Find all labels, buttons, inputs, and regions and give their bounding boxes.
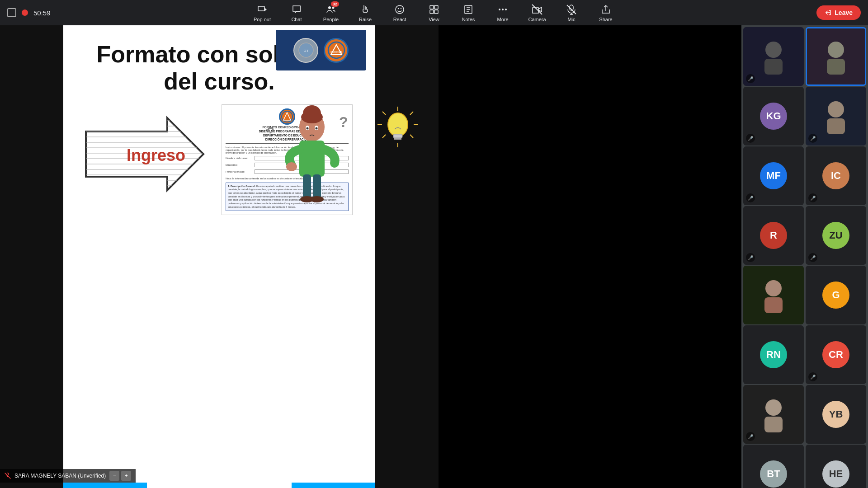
participant-3-mic-icon: 🎤	[746, 134, 755, 143]
people-badge: 32	[331, 1, 339, 7]
toolbar: Pop out Chat 32 Peop	[251, 3, 617, 22]
toolbar-view[interactable]: View	[423, 3, 445, 22]
toolbar-mic[interactable]: Mic	[561, 3, 582, 22]
participant-tile-9[interactable]	[743, 266, 804, 324]
participant-4-mic-icon: 🎤	[808, 134, 817, 143]
toolbar-chat[interactable]: Chat	[286, 3, 307, 22]
participant-row-4: R 🎤 ZU 🎤	[743, 206, 866, 265]
svg-rect-81	[764, 59, 783, 75]
svg-line-57	[410, 135, 413, 138]
slide-left-border	[0, 25, 63, 488]
participant-r-avatar: R	[760, 222, 787, 249]
view-icon	[428, 3, 440, 16]
participant-tile-15[interactable]: BT	[743, 445, 804, 488]
chat-label: Chat	[291, 17, 302, 22]
participant-tile-7[interactable]: R 🎤	[743, 206, 804, 265]
people-icon: 32	[325, 3, 337, 16]
participant-tile-4[interactable]: 🎤	[806, 87, 866, 145]
svg-rect-7	[430, 5, 434, 9]
toolbar-popout[interactable]: Pop out	[251, 3, 273, 22]
svg-point-74	[286, 162, 297, 171]
recording-indicator	[22, 9, 28, 16]
svg-rect-85	[827, 118, 845, 134]
meeting-timer: 50:59	[33, 9, 51, 17]
toolbar-people[interactable]: 32 People	[320, 3, 342, 22]
svg-point-71	[307, 127, 309, 129]
svg-line-59	[382, 135, 386, 138]
participant-tile-11[interactable]: RN	[743, 325, 804, 384]
slide-logo-area: GT CONRED	[276, 30, 366, 70]
svg-point-17	[505, 9, 507, 10]
mic-label: Mic	[567, 17, 575, 22]
raise-icon	[359, 3, 372, 16]
toolbar-raise[interactable]: Raise	[354, 3, 376, 22]
svg-rect-73	[299, 141, 325, 177]
slide-inner: GT CONRED	[0, 25, 439, 488]
participant-tile-3[interactable]: KG 🎤	[743, 87, 804, 145]
mic-icon	[565, 3, 578, 16]
participant-tile-5[interactable]: MF 🎤	[743, 146, 804, 205]
toolbar-notes[interactable]: Notes	[458, 3, 479, 22]
speaker-controls: − +	[109, 471, 131, 481]
participant-ic-avatar: IC	[822, 162, 849, 189]
bottom-bar-right	[292, 483, 375, 488]
participant-row-3: MF 🎤 IC 🎤	[743, 146, 866, 205]
topbar-right: Leave	[816, 5, 861, 20]
toolbar-more[interactable]: More	[492, 3, 514, 22]
svg-point-86	[765, 280, 782, 296]
svg-rect-87	[764, 297, 783, 313]
more-label: More	[497, 17, 508, 22]
popout-icon	[256, 3, 269, 16]
participant-tile-12[interactable]: CR 🎤	[806, 325, 866, 384]
speaker-minus-btn[interactable]: −	[109, 471, 119, 481]
participant-tile-2[interactable]	[806, 27, 866, 86]
participant-tile-10[interactable]: G	[806, 266, 866, 324]
toolbar-share[interactable]: Share	[595, 3, 617, 22]
svg-rect-62	[394, 138, 401, 140]
form-field-enlace-label: Persona enlace:	[226, 170, 253, 173]
svg-text:CONRED: CONRED	[330, 51, 342, 53]
participant-tile-8[interactable]: ZU 🎤	[806, 206, 866, 265]
participant-tile-1[interactable]: 🎤	[743, 27, 804, 86]
participant-rn-avatar: RN	[760, 341, 787, 368]
participant-tile-6[interactable]: IC 🎤	[806, 146, 866, 205]
toolbar-react[interactable]: React	[389, 3, 410, 22]
svg-rect-76	[313, 174, 321, 199]
share-icon	[599, 3, 612, 16]
slide-center: GT CONRED	[63, 25, 375, 488]
svg-rect-8	[434, 5, 438, 9]
participant-7-mic-icon: 🎤	[746, 253, 755, 262]
slide-right-border	[375, 25, 439, 488]
svg-point-15	[499, 9, 500, 10]
svg-point-2	[328, 6, 331, 9]
participant-tile-14[interactable]: YB	[806, 385, 866, 444]
svg-line-58	[410, 112, 413, 115]
svg-rect-0	[258, 6, 264, 11]
leave-label: Leave	[835, 9, 853, 16]
topbar: 50:59 Pop out Chat	[0, 0, 868, 25]
notes-label: Notes	[462, 17, 475, 22]
participant-row-1: 🎤	[743, 27, 866, 86]
svg-rect-75	[303, 174, 311, 199]
svg-point-6	[401, 8, 401, 9]
participant-mf-avatar: MF	[760, 162, 787, 189]
participant-kg-avatar: KG	[760, 103, 787, 130]
svg-marker-1	[264, 8, 267, 11]
svg-line-79	[5, 473, 11, 479]
speaker-label: SARA MAGNELY SABAN (Unverified) − +	[0, 469, 136, 483]
participant-12-mic-icon: 🎤	[808, 372, 817, 381]
toolbar-camera[interactable]: Camera	[526, 3, 548, 22]
svg-point-82	[828, 42, 844, 58]
participant-yb-avatar: YB	[822, 401, 849, 428]
svg-text:Ingreso: Ingreso	[127, 146, 185, 164]
speaker-plus-btn[interactable]: +	[121, 471, 131, 481]
svg-point-84	[828, 101, 844, 117]
participant-tile-16[interactable]: HE	[806, 445, 866, 488]
react-label: React	[393, 17, 406, 22]
leave-button[interactable]: Leave	[816, 5, 861, 20]
slide-container: GT CONRED	[0, 25, 741, 488]
participant-1-mic-icon: 🎤	[746, 74, 755, 83]
bottom-bar-left	[63, 483, 147, 488]
participant-g-avatar: G	[822, 282, 849, 309]
participant-tile-13[interactable]: 🎤	[743, 385, 804, 444]
